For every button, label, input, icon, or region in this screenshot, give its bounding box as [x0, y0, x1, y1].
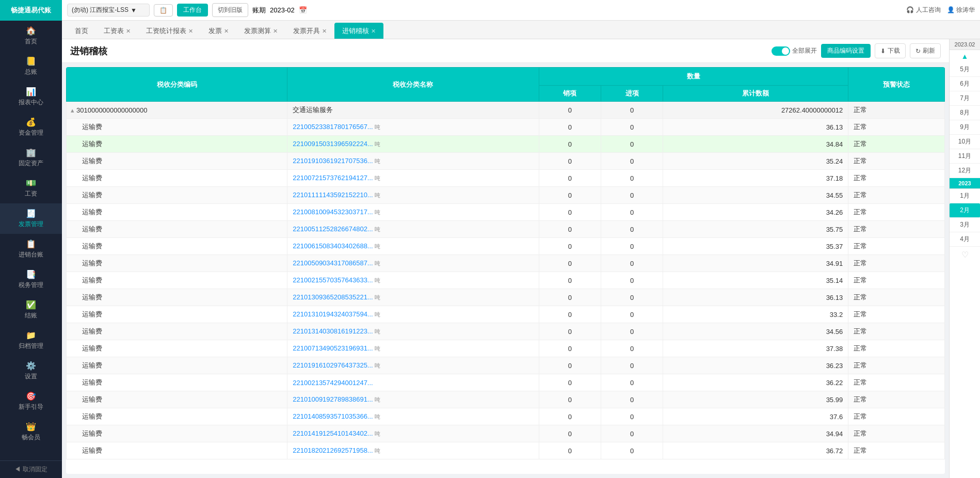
month-jan[interactable]: 1月 — [950, 189, 980, 203]
tab-invoice-calc[interactable]: 发票测算 ✕ — [236, 23, 285, 39]
table-row[interactable]: 运输费22100523381780176567... 吨0036.13正常 — [67, 119, 945, 136]
support-label[interactable]: 🎧 人工咨询 — [906, 6, 940, 14]
tab-salary-report[interactable]: 工资统计报表 ✕ — [138, 23, 201, 39]
invoice-number[interactable]: 22101419125410143402... — [293, 429, 373, 437]
user-info[interactable]: 👤 徐涛华 — [947, 6, 975, 14]
sidebar-item-assets[interactable]: 🏢 固定资产 — [0, 142, 62, 173]
invoice-number[interactable]: 22100713490523196931... — [293, 344, 373, 352]
sidebar-unpin[interactable]: ◀ 取消固定 — [0, 460, 62, 478]
month-jul[interactable]: 7月 — [950, 91, 980, 106]
tab-close-icon[interactable]: ✕ — [188, 28, 193, 35]
invoice-number[interactable]: 22100615083403402688... — [293, 242, 373, 250]
download-btn[interactable]: ⬇ 下载 — [875, 43, 906, 58]
invoice-number[interactable]: 22100915031396592224... — [293, 140, 373, 148]
table-row[interactable]: ▴3010000000000000000交通运输服务0027262.400000… — [67, 102, 945, 119]
month-sep[interactable]: 9月 — [950, 120, 980, 135]
invoice-number[interactable]: 22100509034317086587... — [293, 259, 373, 267]
invoice-number[interactable]: 22101111143592152210... — [293, 191, 373, 199]
table-row[interactable]: 运输费22100215570357643633... 吨0035.14正常 — [67, 272, 945, 289]
table-row[interactable]: 运输费22101310194324037594... 吨0033.2正常 — [67, 306, 945, 323]
sidebar-item-home[interactable]: 🏠 首页 — [0, 21, 62, 51]
month-may[interactable]: 5月 — [950, 62, 980, 77]
month-mar[interactable]: 3月 — [950, 218, 980, 232]
invoice-number[interactable]: 22101910361921707536... — [293, 157, 373, 165]
tab-home[interactable]: 首页 — [67, 23, 96, 39]
toggle-switch[interactable] — [772, 46, 790, 56]
invoice-number[interactable]: 22101009192789838691... — [293, 395, 373, 403]
table-row[interactable]: 运输费22101314030816191223... 吨0034.56正常 — [67, 323, 945, 340]
sidebar-item-settle[interactable]: ✅ 结账 — [0, 295, 62, 325]
table-row[interactable]: 运输费22101910361921707536... 吨0035.24正常 — [67, 153, 945, 170]
sidebar-item-purchase-sale[interactable]: 📋 进销台账 — [0, 234, 62, 264]
tab-close-icon[interactable]: ✕ — [126, 28, 131, 35]
refresh-btn[interactable]: ↻ 刷新 — [910, 43, 941, 58]
sidebar-item-archive[interactable]: 📁 归档管理 — [0, 325, 62, 356]
tab-invoice-issue[interactable]: 发票开具 ✕ — [285, 23, 334, 39]
table-row[interactable]: 运输费22100509034317086587... 吨0034.91正常 — [67, 255, 945, 272]
calendar-icon[interactable]: 📅 — [299, 6, 307, 14]
table-row[interactable]: 运输费22101916102976437325... 吨0036.23正常 — [67, 357, 945, 374]
tab-salary-table[interactable]: 工资表 ✕ — [96, 23, 138, 39]
tab-purchase-sale-check[interactable]: 进销稽核 ✕ — [334, 23, 383, 39]
invoice-number[interactable]: 22100721573762194127... — [293, 174, 373, 182]
tab-close-icon[interactable]: ✕ — [322, 28, 327, 35]
expand-toggle[interactable]: 全部展开 — [772, 46, 817, 56]
sidebar-item-member[interactable]: 👑 畅会员 — [0, 417, 62, 447]
table-row[interactable]: 运输费22100511252826674802... 吨0035.75正常 — [67, 221, 945, 238]
table-row[interactable]: 运输费22100713490523196931... 吨0037.38正常 — [67, 340, 945, 357]
invoice-number[interactable]: 22100213574294001247... — [293, 379, 373, 387]
sidebar-item-guide[interactable]: 🎯 新手引导 — [0, 386, 62, 417]
table-row[interactable]: 运输费22101309365208535221... 吨0036.13正常 — [67, 289, 945, 306]
company-selector[interactable]: (勿动) 江西报宝-LSS ▼ — [67, 4, 150, 17]
cumulative-cell: 35.24 — [663, 153, 848, 170]
table-row[interactable]: 运输费22100721573762194127... 吨0037.18正常 — [67, 170, 945, 187]
invoice-number[interactable]: 22100523381780176567... — [293, 123, 373, 131]
goods-code-btn[interactable]: 商品编码设置 — [821, 44, 871, 58]
invoice-number[interactable]: 22101820212692571958... — [293, 447, 373, 454]
table-row[interactable]: 运输费22101419125410143402... 吨0034.94正常 — [67, 425, 945, 442]
purchase-cell: 0 — [601, 391, 663, 408]
table-row[interactable]: 运输费22100810094532303717... 吨0034.26正常 — [67, 204, 945, 221]
invoice-number[interactable]: 22100511252826674802... — [293, 225, 373, 233]
month-dec[interactable]: 12月 — [950, 164, 980, 178]
tabs-bar: 首页 工资表 ✕ 工资统计报表 ✕ 发票 ✕ 发票测算 ✕ 发票开具 ✕ 进销稽… — [62, 21, 980, 39]
sidebar-item-settings[interactable]: ⚙️ 设置 — [0, 356, 62, 386]
invoice-number[interactable]: 22100215570357643633... — [293, 276, 373, 284]
month-feb-current[interactable]: 2月 — [950, 203, 980, 218]
copy-button[interactable]: 📋 — [154, 4, 173, 17]
invoice-number[interactable]: 22101314030816191223... — [293, 327, 373, 335]
table-row[interactable]: 运输费22100915031396592224... 吨0034.84正常 — [67, 136, 945, 153]
table-row[interactable]: 运输费22101111143592152210... 吨0034.55正常 — [67, 187, 945, 204]
month-nov[interactable]: 11月 — [950, 149, 980, 164]
tab-close-icon[interactable]: ✕ — [273, 28, 278, 35]
table-row[interactable]: 运输费22101820212692571958... 吨0036.72正常 — [67, 442, 945, 459]
tab-invoice[interactable]: 发票 ✕ — [201, 23, 236, 39]
scroll-up-icon[interactable]: ▲ — [950, 50, 980, 62]
sidebar-item-reports[interactable]: 📊 报表中心 — [0, 82, 62, 112]
invoice-number[interactable]: 22101309365208535221... — [293, 293, 373, 301]
table-row[interactable]: 运输费22101408593571035366... 吨0037.6正常 — [67, 408, 945, 425]
workbench-button[interactable]: 工作台 — [177, 4, 208, 17]
switch-old-button[interactable]: 切到旧版 — [212, 3, 248, 17]
table-row[interactable]: 运输费22100213574294001247...0036.22正常 — [67, 374, 945, 391]
tab-close-icon[interactable]: ✕ — [224, 28, 229, 35]
invoice-number[interactable]: 22101916102976437325... — [293, 361, 373, 369]
table-row[interactable]: 运输费22101009192789838691... 吨0035.99正常 — [67, 391, 945, 408]
sidebar-item-ledger[interactable]: 📒 总账 — [0, 51, 62, 82]
invoice-number[interactable]: 22101408593571035366... — [293, 412, 373, 420]
tax-icon: 📑 — [26, 269, 36, 279]
sidebar-item-funds[interactable]: 💰 资金管理 — [0, 112, 62, 142]
sidebar-item-tax[interactable]: 📑 税务管理 — [0, 264, 62, 295]
month-aug[interactable]: 8月 — [950, 106, 980, 120]
month-jun[interactable]: 6月 — [950, 77, 980, 91]
table-row[interactable]: 运输费22100615083403402688... 吨0035.37正常 — [67, 238, 945, 255]
invoice-number[interactable]: 22101310194324037594... — [293, 310, 373, 318]
sidebar-item-invoice-mgmt[interactable]: 🧾 发票管理 — [0, 203, 62, 234]
invoice-number[interactable]: 22100810094532303717... — [293, 208, 373, 216]
month-oct[interactable]: 10月 — [950, 135, 980, 149]
sidebar-item-salary[interactable]: 💵 工资 — [0, 173, 62, 203]
table-wrapper[interactable]: 税收分类编码 税收分类名称 数量 预警状态 销项 进项 累计数额 ▴301000… — [66, 67, 945, 474]
tab-close-active-icon[interactable]: ✕ — [371, 28, 376, 35]
sidebar-item-label: 首页 — [25, 37, 37, 46]
month-apr[interactable]: 4月 — [950, 232, 980, 247]
